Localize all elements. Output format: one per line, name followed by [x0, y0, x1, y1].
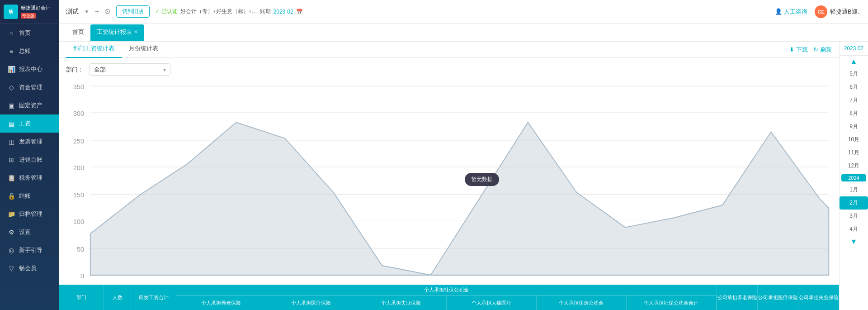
th-dept: 部门 [59, 285, 104, 310]
month-3-2024[interactable]: 3月 [840, 210, 868, 223]
month-12[interactable]: 12月 [840, 159, 868, 172]
certified-tag: ✓ 已认证 [155, 8, 177, 15]
topbar-add-icon[interactable]: + [95, 8, 99, 16]
refresh-icon: ↻ [813, 46, 818, 53]
date-panel-down-icon[interactable]: ▼ [849, 236, 859, 248]
consult-icon: 👤 [775, 8, 782, 15]
sidebar-item-settings[interactable]: ⚙ 设置 [0, 223, 59, 241]
th-company-medical: 公司承担医疗保险 [758, 285, 798, 310]
sub-tab-monthly[interactable]: 月份统计表 [122, 42, 165, 58]
th-personal-label: 个人承担社保公积金 [176, 285, 717, 296]
date-panel-up-icon[interactable]: ▲ [849, 56, 859, 67]
svg-text:50: 50 [77, 245, 84, 253]
app-badge: 专业版 [21, 13, 36, 19]
sidebar-item-label: 首页 [19, 29, 31, 37]
settings-icon: ⚙ [7, 229, 15, 236]
refresh-btn[interactable]: ↻ 刷新 [813, 46, 832, 54]
member-icon: ▽ [7, 265, 15, 272]
dept-select[interactable]: 全部 [89, 63, 170, 76]
salary-icon: ▦ [7, 120, 15, 127]
sidebar: 畅 畅捷通好会计 专业版 ⌂ 首页 ≡ 总账 📊 报表中心 ◇ 资金管理 ▣ 固… [0, 0, 59, 310]
sidebar-item-label: 固定资产 [19, 101, 42, 110]
month-6[interactable]: 6月 [840, 81, 868, 94]
month-7[interactable]: 7月 [840, 94, 868, 107]
sidebar-item-label: 税务管理 [19, 174, 42, 182]
tab-close-icon[interactable]: ✕ [134, 29, 138, 35]
th-company-pension: 公司承担养老保险 [717, 285, 758, 310]
th-personal-pension: 个人承担养老保险 [176, 296, 266, 310]
th-personal-unemployment: 个人承担失业保险 [356, 296, 446, 310]
avatar: CE [815, 5, 827, 18]
calendar-icon[interactable]: 📅 [296, 9, 303, 15]
sidebar-item-archive[interactable]: 📁 归档管理 [0, 205, 59, 223]
month-5[interactable]: 5月 [840, 67, 868, 81]
tabbar: 首页 工资统计报表 ✕ [59, 24, 868, 42]
app-logo-icon: 畅 [4, 5, 18, 19]
topbar-title: 测试 [66, 8, 79, 16]
toolbar-right: ⬇ 下载 ↻ 刷新 [789, 46, 832, 54]
chart-area: 0 50 100 150 200 250 300 350 [59, 81, 839, 285]
chart-area-fill [90, 122, 829, 275]
reports-icon: 📊 [7, 66, 15, 73]
month-4-2024[interactable]: 4月 [840, 223, 868, 236]
th-personal-total: 个人承担社保公积金合计 [627, 296, 717, 310]
switch-old-btn[interactable]: 切到旧版 [116, 5, 150, 18]
sidebar-item-salary[interactable]: ▦ 工资 [0, 114, 59, 133]
month-8[interactable]: 8月 [840, 107, 868, 120]
sidebar-item-label: 工资 [19, 119, 31, 128]
sidebar-item-guide[interactable]: ◎ 新手引导 [0, 241, 59, 259]
dept-filter-label: 部门： [66, 66, 84, 74]
home-icon: ⌂ [7, 29, 15, 37]
svg-text:300: 300 [73, 110, 85, 117]
tab-salary-report[interactable]: 工资统计报表 ✕ [90, 24, 144, 41]
topbar-settings-icon[interactable]: ⚙ [104, 7, 111, 16]
inventory-icon: ⊞ [7, 156, 15, 163]
consult-btn[interactable]: 👤 人工咨询 [775, 8, 807, 16]
period-label: 账期 [260, 8, 271, 15]
month-1-2024[interactable]: 1月 [840, 183, 868, 196]
dept-select-wrap: 全部 [89, 63, 170, 76]
svg-text:150: 150 [73, 191, 85, 199]
archive-icon: 📁 [7, 210, 15, 218]
topbar-right: 👤 人工咨询 CE 轻捷通B迎.. [775, 5, 861, 18]
year-2024-badge: 2024 [841, 174, 866, 181]
download-btn[interactable]: ⬇ 下载 [789, 46, 808, 54]
table-header: 部门 人数 应发工资合计 个人承担社保公积金 个人承担养老保险 个人承担医疗保险… [59, 285, 839, 310]
sidebar-item-close[interactable]: 🔒 结账 [0, 187, 59, 205]
month-2-active[interactable]: 2月 [840, 196, 868, 210]
tab-home[interactable]: 首页 [66, 24, 90, 41]
svg-text:100: 100 [73, 218, 85, 225]
sidebar-item-assets[interactable]: ▣ 固定资产 [0, 96, 59, 114]
salary-chart: 0 50 100 150 200 250 300 350 [66, 81, 832, 285]
svg-text:350: 350 [73, 83, 85, 91]
period-value: 2023-02 [274, 9, 293, 15]
month-10[interactable]: 10月 [840, 133, 868, 146]
sidebar-item-inventory[interactable]: ⊞ 进销台账 [0, 151, 59, 169]
month-9[interactable]: 9月 [840, 120, 868, 133]
sidebar-item-ledger[interactable]: ≡ 总账 [0, 42, 59, 60]
th-headcount: 人数 [104, 285, 131, 310]
close-accounts-icon: 🔒 [7, 192, 15, 200]
sidebar-item-invoice[interactable]: ◫ 发票管理 [0, 133, 59, 151]
sidebar-item-label: 总账 [19, 47, 31, 55]
th-personal-housing: 个人承担住房公积金 [537, 296, 627, 310]
sidebar-item-home[interactable]: ⌂ 首页 [0, 24, 59, 42]
sub-tab-dept[interactable]: 部门工资统计表 [66, 42, 122, 58]
ledger-icon: ≡ [7, 48, 15, 55]
sidebar-item-tax[interactable]: 📋 税务管理 [0, 169, 59, 187]
account-tags: 好会计（专）+好生意（标）+… [180, 8, 257, 15]
dropdown-arrow-icon[interactable]: ▼ [84, 9, 90, 15]
sidebar-item-member[interactable]: ▽ 畅会员 [0, 259, 59, 277]
user-menu[interactable]: CE 轻捷通B迎.. [815, 5, 861, 18]
tax-icon: 📋 [7, 174, 15, 181]
sidebar-item-funds[interactable]: ◇ 资金管理 [0, 78, 59, 96]
sidebar-item-label: 发票管理 [19, 138, 42, 146]
svg-text:200: 200 [73, 164, 85, 172]
sidebar-item-label: 畅会员 [19, 264, 37, 272]
svg-text:0: 0 [80, 272, 84, 280]
th-personal-group: 个人承担社保公积金 个人承担养老保险 个人承担医疗保险 个人承担失业保险 个人承… [176, 285, 717, 310]
sidebar-item-label: 报表中心 [19, 65, 42, 73]
month-11[interactable]: 11月 [840, 146, 868, 159]
th-total-salary: 应发工资合计 [131, 285, 176, 310]
sidebar-item-reports[interactable]: 📊 报表中心 [0, 60, 59, 78]
